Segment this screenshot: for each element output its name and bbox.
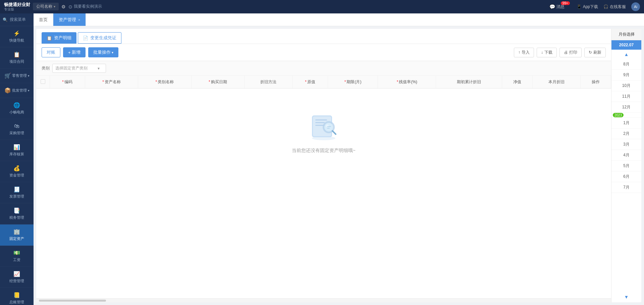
- home-label: 首页: [39, 17, 48, 23]
- company-dropdown-icon: ▾: [54, 5, 55, 8]
- sidebar-item-account[interactable]: 📒 总账管理: [0, 288, 34, 305]
- salary-label: 工资: [13, 257, 20, 262]
- month-item-3[interactable]: 3月: [611, 139, 641, 150]
- message-icon: 💬: [549, 4, 555, 9]
- user-avatar[interactable]: Ai: [631, 2, 640, 11]
- th-checkbox: [36, 76, 50, 89]
- account-label: 总账管理: [9, 300, 24, 305]
- finance-icon: 💰: [13, 165, 20, 171]
- sidebar-search[interactable]: 🔍 搜索菜单: [0, 13, 34, 26]
- month-panel-title: 月份选择: [619, 32, 635, 37]
- settings-icon[interactable]: ⚙: [61, 4, 66, 9]
- refresh-button[interactable]: ↻ 刷新: [584, 48, 606, 57]
- sidebar-item-salary[interactable]: 💵 工资: [0, 246, 34, 267]
- sidebar-item-retail[interactable]: 🛒 零售管理 ▾: [0, 68, 34, 83]
- tab-close-icon[interactable]: ×: [78, 18, 80, 22]
- category-filter[interactable]: 选择固定资产类别 ▾: [52, 64, 106, 73]
- th-depreciation-method: 折旧方法: [244, 76, 292, 89]
- company-selector[interactable]: 公司名称 ▾: [33, 3, 59, 10]
- tab-home[interactable]: 首页: [34, 13, 53, 26]
- month-down-button[interactable]: ▼: [622, 294, 631, 300]
- sidebar-item-inventory[interactable]: 📊 库存核算: [0, 140, 34, 161]
- filter-bar: 类别 选择固定资产类别 ▾: [36, 61, 611, 76]
- phone-icon: 📱: [577, 4, 582, 9]
- page-content: 📋 资产明细 📄 变更生成凭证 对账 + 新增: [36, 29, 641, 302]
- sidebar-item-purchase[interactable]: 🛍 采购管理: [0, 119, 34, 140]
- month-item-11[interactable]: 11月: [611, 91, 641, 102]
- tab-bar: 首页 资产管理 ×: [34, 13, 644, 26]
- th-category: *类别名称: [138, 76, 191, 89]
- month-up-button[interactable]: ▲: [622, 51, 631, 58]
- topbar-left: 畅捷通好业财 专业版 公司名称 ▾ ⚙ ⊙ 我要看实例演示: [4, 2, 102, 11]
- download-button[interactable]: ↓ 下载: [537, 48, 557, 57]
- app-download-btn[interactable]: 📱 App下载: [577, 4, 598, 10]
- batch-label: 批量操作: [93, 49, 111, 55]
- download-icon: ↓: [541, 50, 543, 55]
- sidebar-item-shortcut[interactable]: ⚡ 快捷导航: [0, 26, 34, 47]
- add-button[interactable]: + 新增: [63, 47, 86, 57]
- month-item-2023-badge: 2023: [611, 113, 641, 118]
- month-item-6[interactable]: 6月: [611, 171, 641, 182]
- svg-line-9: [332, 131, 336, 134]
- month-item-10[interactable]: 10月: [611, 81, 641, 91]
- sidebar-item-contract[interactable]: 📋 项目合同: [0, 47, 34, 68]
- table-header-row: *编码 *资产名称 *类别名称 *购买日期 折旧方法 *原值 *期限(月) *残…: [36, 76, 611, 89]
- print-button[interactable]: 🖨 打印: [559, 48, 582, 57]
- brand-sub: 专业版: [4, 7, 30, 11]
- sidebar-item-wholesale[interactable]: 📦 批发管理 ▾: [0, 83, 34, 98]
- sidebar-item-ecommerce[interactable]: 🌐 小畅电商: [0, 98, 34, 119]
- month-item-5[interactable]: 5月: [611, 161, 641, 171]
- inner-content: 📋 资产明细 📄 变更生成凭证 对账 + 新增: [36, 29, 611, 302]
- app-download-label: App下载: [583, 4, 598, 10]
- match-button[interactable]: 对账: [42, 47, 60, 57]
- month-item-4[interactable]: 4月: [611, 150, 641, 161]
- search-icon: 🔍: [3, 17, 8, 22]
- filter-label: 类别: [42, 65, 50, 71]
- th-name: *资产名称: [85, 76, 138, 89]
- message-btn[interactable]: 💬 消息 99+: [549, 4, 565, 10]
- month-item-8[interactable]: 8月: [611, 59, 641, 70]
- import-button[interactable]: ↑ 导入: [514, 48, 534, 57]
- th-period-months: *期限(月): [328, 76, 378, 89]
- asset-detail-tab-icon: 📋: [47, 36, 52, 41]
- shortcut-icon: ⚡: [13, 30, 20, 37]
- empty-cell: 当前您还没有固定资产明细哦~: [36, 89, 611, 174]
- svg-rect-10: [327, 126, 331, 127]
- sub-tab-asset-detail[interactable]: 📋 资产明细: [42, 32, 76, 44]
- month-item-2[interactable]: 2月: [611, 129, 641, 139]
- month-item-9[interactable]: 9月: [611, 70, 641, 81]
- month-item-1[interactable]: 1月: [611, 118, 641, 129]
- change-voucher-tab-icon: 📄: [83, 36, 88, 41]
- horizontal-scrollbar[interactable]: [36, 298, 611, 302]
- batch-button[interactable]: 批量操作 ▾: [88, 47, 118, 57]
- fixedasset-label: 固定资产: [9, 236, 24, 241]
- empty-illustration: [304, 109, 344, 142]
- scrollbar-thumb[interactable]: [39, 300, 106, 302]
- content-area: 首页 资产管理 × 📋 资产明细 📄 变更生成凭证: [34, 13, 644, 305]
- online-service-btn[interactable]: 🎧 在线客服: [603, 4, 626, 10]
- asset-table: *编码 *资产名称 *类别名称 *购买日期 折旧方法 *原值 *期限(月) *残…: [36, 76, 611, 174]
- print-icon: 🖨: [564, 50, 568, 55]
- sidebar-item-invoice[interactable]: 🧾 发票管理: [0, 182, 34, 203]
- sidebar-item-ops[interactable]: 📈 经营管理: [0, 267, 34, 288]
- import-icon: ↑: [518, 50, 520, 55]
- purchase-icon: 🛍: [14, 123, 19, 129]
- category-placeholder: 选择固定资产类别: [55, 65, 88, 71]
- demo-link[interactable]: ⊙ 我要看实例演示: [68, 4, 102, 9]
- sidebar-item-fixedasset[interactable]: 🏢 固定资产: [0, 224, 34, 246]
- topbar-right: 💬 消息 99+ 📱 App下载 🎧 在线客服 Ai: [549, 2, 640, 11]
- empty-text: 当前您还没有固定资产明细哦~: [292, 148, 356, 154]
- sidebar-item-tax[interactable]: 📑 税务管理: [0, 203, 34, 224]
- tab-asset-management[interactable]: 资产管理 ×: [53, 13, 86, 26]
- invoice-icon: 🧾: [13, 186, 20, 193]
- month-item-12[interactable]: 12月: [611, 102, 641, 113]
- sidebar-item-finance[interactable]: 💰 资金管理: [0, 161, 34, 182]
- th-accumulated-depreciation: 期初累计折旧: [436, 76, 502, 89]
- select-all-checkbox[interactable]: [41, 79, 45, 84]
- sub-tab-change-voucher[interactable]: 📄 变更生成凭证: [78, 32, 121, 44]
- search-label: 搜索菜单: [10, 17, 26, 22]
- th-operation: 操作: [581, 76, 611, 89]
- month-item-7[interactable]: 7月: [611, 182, 641, 193]
- month-up-btn-wrap: ▲: [611, 50, 641, 59]
- retail-arrow-icon: ▾: [28, 74, 30, 78]
